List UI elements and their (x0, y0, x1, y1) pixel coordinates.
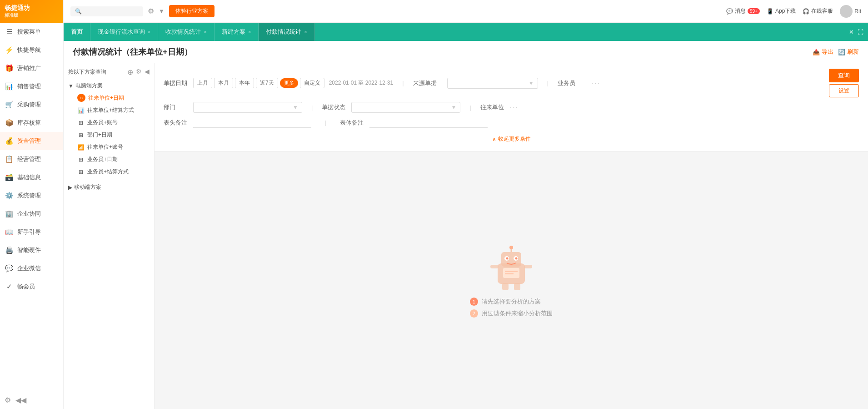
desktop-scheme-group: ▼ 电脑端方案 ○ 往来单位+日期 📊 往来单位+结算方式 ⊞ 业务员+账号 (68, 80, 150, 178)
sidebar-item-quick-nav[interactable]: ⚡ 快捷导航 (0, 41, 63, 59)
head-note-input[interactable] (193, 117, 311, 128)
body-note-input[interactable] (369, 117, 488, 128)
left-panel-header: 按以下方案查询 ⊕ ⚙ ◀ (68, 68, 150, 76)
svg-point-7 (509, 246, 513, 249)
app-download-item[interactable]: 📱 App下载 (767, 7, 796, 15)
tab-payment-stats[interactable]: 付款情况统计 × (259, 23, 314, 41)
sidebar-label-guide: 新手引导 (17, 228, 41, 236)
staff-date-label: 业务员+日期 (87, 156, 118, 163)
scheme-item-partner-date[interactable]: ○ 往来单位+日期 (68, 91, 150, 104)
export-button[interactable]: 📤 导出 (813, 48, 833, 56)
sidebar-item-purchase[interactable]: 🛒 采购管理 (0, 96, 63, 114)
message-badge: 99+ (748, 8, 760, 14)
sidebar-item-guide[interactable]: 📖 新手引导 (0, 223, 63, 241)
date-btn-more[interactable]: 更多 (280, 78, 298, 88)
partner-account-label: 往来单位+账号 (87, 143, 123, 151)
empty-state: 1 请先选择要分析的方案 2 用过滤条件来缩小分析范围 (470, 243, 553, 318)
search-icon: 🔍 (75, 8, 82, 15)
tab-new-scheme-close[interactable]: × (248, 29, 251, 35)
sidebar-label-enterprise: 企业协同 (17, 210, 41, 218)
empty-hint-2-text: 用过滤条件来缩小分析范围 (482, 310, 553, 317)
svg-point-4 (506, 258, 509, 260)
collapse-panel-icon[interactable]: ◀ (145, 68, 150, 76)
sidebar-item-operation[interactable]: 📋 经营管理 (0, 150, 63, 168)
trial-industry-btn[interactable]: 体验行业方案 (169, 5, 215, 17)
date-btn-7days[interactable]: 近7天 (256, 78, 278, 88)
header-search-box[interactable]: 🔍 (70, 6, 143, 16)
export-label: 导出 (822, 48, 833, 56)
desktop-scheme-header[interactable]: ▼ 电脑端方案 (68, 80, 150, 91)
sidebar-label-system: 系统管理 (17, 192, 41, 200)
filter-row-2: 部门 ▼ | 单据状态 ▼ | 往来单位 ··· (164, 102, 859, 113)
sidebar-item-hardware[interactable]: 🖨️ 智能硬件 (0, 241, 63, 259)
scheme-item-partner-settle[interactable]: 📊 往来单位+结算方式 (68, 104, 150, 116)
partner-date-label: 往来单位+日期 (88, 94, 124, 102)
sidebar-label-sales: 销售管理 (17, 82, 41, 91)
voucher-status-select[interactable]: ▼ (351, 102, 460, 113)
collapse-conditions-btn[interactable]: ∧ 收起更多条件 (164, 132, 859, 146)
message-item[interactable]: 💬 消息 99+ (726, 7, 760, 15)
date-btn-this-year[interactable]: 本年 (235, 78, 254, 88)
dept-label: 部门 (164, 103, 189, 111)
tab-home[interactable]: 首页 (64, 23, 90, 41)
tab-receipt-stats-label: 收款情况统计 (165, 28, 201, 36)
scheme-item-staff-account[interactable]: ⊞ 业务员+账号 (68, 116, 150, 129)
sidebar-item-finance[interactable]: 💰 资金管理 (0, 132, 63, 150)
date-btn-last-month[interactable]: 上月 (193, 78, 212, 88)
collapse-sidebar-icon[interactable]: ◀◀ (15, 396, 26, 404)
partner-settle-label: 往来单位+结算方式 (87, 106, 134, 114)
settings-bottom-icon[interactable]: ⚙ (5, 396, 11, 404)
sidebar-item-marketing[interactable]: 🎁 营销推广 (0, 59, 63, 77)
enterprise-icon: 🏢 (5, 209, 14, 218)
staff-dots[interactable]: ··· (592, 79, 600, 87)
sidebar-item-search-menu[interactable]: ☰ 搜索菜单 (0, 23, 63, 41)
sidebar-item-system[interactable]: ⚙️ 系统管理 (0, 187, 63, 205)
date-btn-custom[interactable]: 自定义 (300, 78, 324, 88)
finance-icon: 💰 (5, 136, 14, 146)
scheme-item-partner-account[interactable]: 📶 往来单位+账号 (68, 141, 150, 153)
sidebar-label-vip: 畅会员 (17, 283, 35, 291)
sidebar-label-quick-nav: 快捷导航 (17, 46, 41, 54)
scheme-item-staff-date[interactable]: ⊞ 业务员+日期 (68, 153, 150, 166)
partner-label: 往来单位 (480, 103, 505, 111)
tab-receipt-stats-close[interactable]: × (204, 29, 206, 35)
add-scheme-icon[interactable]: ⊕ (127, 68, 133, 76)
tab-payment-stats-close[interactable]: × (304, 29, 307, 35)
sidebar-item-basic-info[interactable]: 🗃️ 基础信息 (0, 168, 63, 187)
maximize-icon[interactable]: ⛶ (858, 29, 863, 35)
date-label: 单据日期 (164, 79, 189, 87)
tab-bank-flow[interactable]: 现金银行流水查询 × (90, 23, 158, 41)
query-button[interactable]: 查询 (829, 69, 859, 82)
wechat-icon: 💬 (5, 264, 14, 273)
scheme-settings-icon[interactable]: ⚙ (136, 68, 142, 76)
sidebar-item-inventory[interactable]: 📦 库存核算 (0, 114, 63, 132)
online-service-item[interactable]: 🎧 在线客服 (803, 7, 833, 15)
step-1-icon: 1 (470, 298, 478, 306)
sidebar-label-purchase: 采购管理 (17, 101, 41, 109)
refresh-button[interactable]: 🔄 刷新 (838, 48, 859, 56)
content-area: 按以下方案查询 ⊕ ⚙ ◀ ▼ 电脑端方案 ○ 往来单位+日期 (64, 63, 868, 409)
sidebar-item-wechat[interactable]: 💬 企业微信 (0, 259, 63, 278)
user-avatar-item[interactable]: Rit (840, 5, 861, 18)
settings-button[interactable]: 设置 (829, 84, 859, 97)
scheme-item-dept-date[interactable]: ⊞ 部门+日期 (68, 129, 150, 141)
dropdown-icon-header[interactable]: ▼ (159, 8, 165, 15)
settings-icon-header[interactable]: ⚙ (148, 7, 154, 15)
source-select[interactable]: ▼ (447, 78, 538, 89)
sidebar-item-vip[interactable]: ✓ 畅会员 (0, 278, 63, 296)
refresh-icon: 🔄 (838, 49, 845, 56)
partner-dots[interactable]: ··· (510, 103, 519, 111)
sidebar-item-enterprise[interactable]: 🏢 企业协同 (0, 205, 63, 223)
close-all-tabs-icon[interactable]: ✕ (849, 29, 854, 35)
tab-bank-flow-close[interactable]: × (148, 29, 150, 35)
scheme-item-staff-settle[interactable]: ⊞ 业务员+结算方式 (68, 166, 150, 178)
dept-date-icon: ⊞ (77, 131, 85, 139)
tab-payment-stats-label: 付款情况统计 (266, 28, 301, 36)
header-right: 💬 消息 99+ 📱 App下载 🎧 在线客服 Rit (726, 5, 861, 18)
tab-new-scheme[interactable]: 新建方案 × (215, 23, 259, 41)
dept-select[interactable]: ▼ (193, 102, 302, 113)
date-btn-this-month[interactable]: 本月 (214, 78, 233, 88)
tab-receipt-stats[interactable]: 收款情况统计 × (158, 23, 214, 41)
mobile-scheme-header[interactable]: ▶ 移动端方案 (68, 182, 150, 193)
sidebar-item-sales[interactable]: 📊 销售管理 (0, 77, 63, 96)
